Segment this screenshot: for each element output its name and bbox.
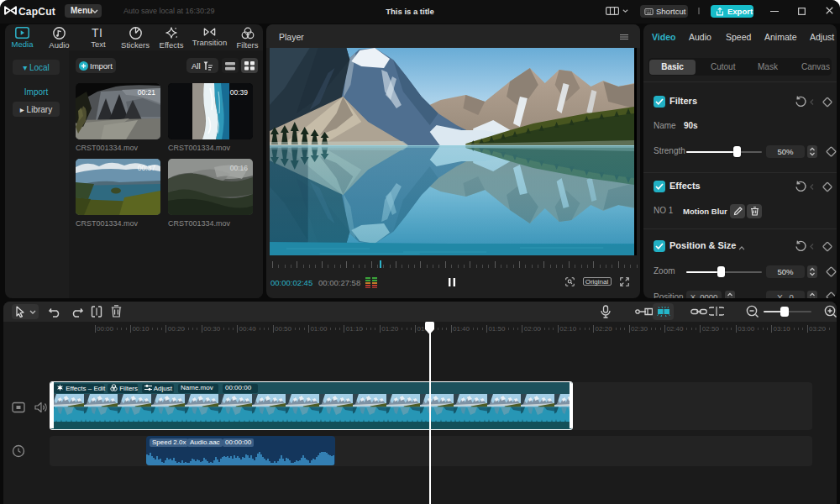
svg-text:I: I: [99, 27, 102, 39]
svg-text:T: T: [92, 27, 99, 39]
